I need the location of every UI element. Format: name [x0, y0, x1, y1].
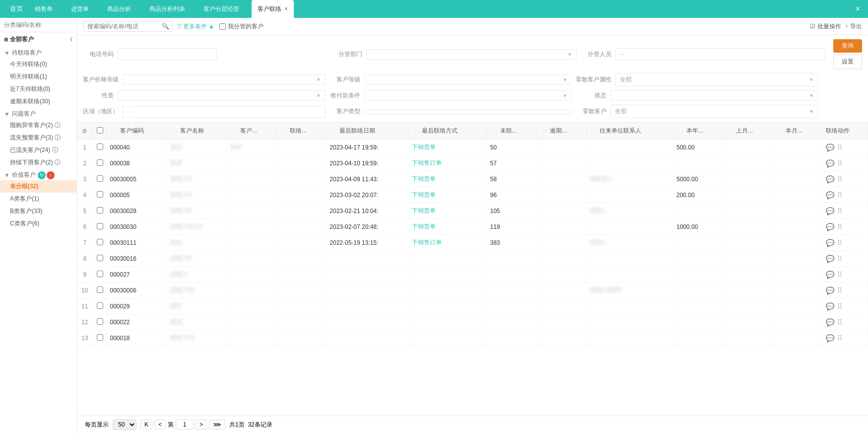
- row-checkbox[interactable]: [97, 302, 103, 309]
- close-tab-customer-contact[interactable]: ×: [284, 5, 288, 12]
- row-checkbox[interactable]: [97, 318, 103, 325]
- manager-select[interactable]: ···: [615, 48, 825, 60]
- payment-select[interactable]: ▼: [364, 90, 572, 101]
- row-checkbox[interactable]: [97, 191, 103, 198]
- my-customers-checkbox[interactable]: [219, 23, 226, 30]
- apps-icon[interactable]: ⠿: [837, 175, 842, 183]
- tab-product-analysis[interactable]: 商品分析 ×: [101, 0, 143, 18]
- apps-icon[interactable]: ⠿: [837, 191, 842, 199]
- sidebar-item-churn-warning[interactable]: 流失预警客户(3) ⓘ: [0, 132, 76, 144]
- tab-product-list[interactable]: 商品分析列表 ×: [143, 0, 198, 18]
- chat-icon[interactable]: 💬: [826, 159, 834, 167]
- sidebar-item-tomorrow[interactable]: 明天待联络(1): [0, 71, 76, 83]
- row-checkbox[interactable]: [97, 207, 103, 214]
- refresh-icon[interactable]: ↻: [38, 171, 46, 179]
- sidebar-item-declining[interactable]: 持续下滑客户(2) ⓘ: [0, 156, 76, 169]
- tab-customer-layer[interactable]: 客户分层经营 ×: [198, 0, 252, 18]
- select-all-checkbox[interactable]: [97, 127, 103, 134]
- settings-icon[interactable]: ⚙: [82, 128, 87, 135]
- query-button[interactable]: 查询: [833, 39, 862, 53]
- prev-page-btn[interactable]: <: [154, 420, 166, 430]
- phone-input[interactable]: [118, 48, 217, 60]
- close-tab-product-analysis[interactable]: ×: [134, 5, 137, 12]
- first-page-btn[interactable]: K: [140, 420, 152, 430]
- customer-level-select[interactable]: ▼: [364, 74, 572, 85]
- main-search-icon[interactable]: 🔍: [162, 23, 169, 30]
- apps-icon[interactable]: ⠿: [837, 144, 842, 151]
- row-checkbox[interactable]: [97, 144, 103, 150]
- row-checkbox[interactable]: [97, 223, 103, 229]
- apps-icon[interactable]: ⠿: [837, 223, 842, 231]
- close-tab-customer-layer[interactable]: ×: [242, 5, 246, 12]
- chat-icon[interactable]: 💬: [826, 144, 834, 151]
- last-contact-way-link[interactable]: 下销货单: [412, 175, 436, 182]
- apps-icon[interactable]: ⠿: [837, 318, 842, 326]
- export-btn[interactable]: ↑ 导出: [845, 22, 862, 31]
- scatter-attr-select[interactable]: 全部 ▼: [615, 73, 818, 86]
- close-window[interactable]: ×: [852, 4, 864, 13]
- last-page-btn[interactable]: ⋙: [209, 420, 225, 430]
- row-checkbox[interactable]: [97, 239, 103, 245]
- sidebar-search-input[interactable]: [4, 21, 77, 28]
- apps-icon[interactable]: ⠿: [837, 271, 842, 279]
- reset-button[interactable]: 设置: [833, 55, 862, 69]
- row-checkbox[interactable]: [97, 271, 103, 277]
- dept-select[interactable]: ▼: [366, 49, 576, 60]
- main-search-input[interactable]: [87, 23, 162, 30]
- all-customers-header[interactable]: ⊞ 全部客户 《: [0, 32, 76, 47]
- home-tab[interactable]: 首页: [4, 4, 29, 13]
- sidebar-item-abnormal[interactable]: 囤购异常客户(2) ⓘ: [0, 119, 76, 132]
- row-checkbox[interactable]: [97, 334, 103, 341]
- row-checkbox[interactable]: [97, 175, 103, 182]
- value-group-label[interactable]: ▼ 价值客户 ↻ !: [0, 169, 76, 180]
- sidebar-item-lost[interactable]: 已流失客户(24) ⓘ: [0, 144, 76, 156]
- pending-group-label[interactable]: ▼ 待联络客户: [0, 47, 76, 58]
- apps-icon[interactable]: ⠿: [837, 287, 842, 294]
- tab-sales[interactable]: 销售单 ×: [29, 0, 65, 18]
- last-contact-way-link[interactable]: 下销货单: [412, 144, 436, 150]
- sidebar-item-class-b[interactable]: B类客户(33): [0, 205, 76, 217]
- problem-group-label[interactable]: ▼ 问题客户: [0, 108, 76, 119]
- my-customers-checkbox-label[interactable]: 我分管的客户: [219, 22, 264, 31]
- close-tab-purchase[interactable]: ×: [92, 5, 95, 12]
- apps-icon[interactable]: ⠿: [837, 207, 842, 215]
- batch-op-btn[interactable]: ☑ 批量操作: [810, 22, 841, 31]
- price-level-select[interactable]: ▼: [123, 74, 326, 85]
- chat-icon[interactable]: 💬: [826, 175, 834, 183]
- close-tab-product-list[interactable]: ×: [188, 5, 192, 12]
- chat-icon[interactable]: 💬: [826, 302, 834, 310]
- sidebar-item-overdue[interactable]: 逾期未联络(30): [0, 95, 76, 108]
- page-size-select[interactable]: 50: [113, 419, 136, 430]
- apps-icon[interactable]: ⠿: [837, 239, 842, 247]
- status-select[interactable]: ▼: [610, 90, 818, 101]
- chat-icon[interactable]: 💬: [826, 239, 834, 247]
- chat-icon[interactable]: 💬: [826, 255, 834, 263]
- region-select[interactable]: ···: [123, 106, 326, 118]
- chat-icon[interactable]: 💬: [826, 271, 834, 279]
- apps-icon[interactable]: ⠿: [837, 334, 842, 342]
- more-conditions-btn[interactable]: ▽ 更多条件 ▲: [177, 22, 214, 31]
- row-checkbox[interactable]: [97, 159, 103, 166]
- next-page-btn[interactable]: >: [196, 420, 207, 430]
- chat-icon[interactable]: 💬: [826, 287, 834, 294]
- last-contact-way-link[interactable]: 下销售订单: [412, 239, 442, 246]
- sidebar-item-7days[interactable]: 近7天待联络(0): [0, 83, 76, 95]
- chat-icon[interactable]: 💬: [826, 191, 834, 199]
- chat-icon[interactable]: 💬: [826, 223, 834, 231]
- chat-icon[interactable]: 💬: [826, 207, 834, 215]
- last-contact-way-link[interactable]: 下销货单: [412, 223, 436, 230]
- customer-type-select[interactable]: [364, 109, 572, 114]
- apps-icon[interactable]: ⠿: [837, 159, 842, 167]
- page-input[interactable]: [176, 420, 194, 430]
- nature-select[interactable]: ▼: [118, 90, 326, 101]
- last-contact-way-link[interactable]: 下销售订单: [412, 159, 442, 166]
- last-contact-way-link[interactable]: 下销货单: [412, 207, 436, 214]
- scatter-customer-select[interactable]: 全部 ▼: [610, 105, 818, 118]
- chat-icon[interactable]: 💬: [826, 318, 834, 326]
- sidebar-item-class-c[interactable]: C类客户(6): [0, 217, 76, 230]
- tab-purchase[interactable]: 进货单 ×: [65, 0, 101, 18]
- chat-icon[interactable]: 💬: [826, 334, 834, 342]
- close-tab-sales[interactable]: ×: [56, 5, 59, 12]
- sidebar-item-today[interactable]: 今天待联络(0): [0, 58, 76, 71]
- row-checkbox[interactable]: [97, 255, 103, 261]
